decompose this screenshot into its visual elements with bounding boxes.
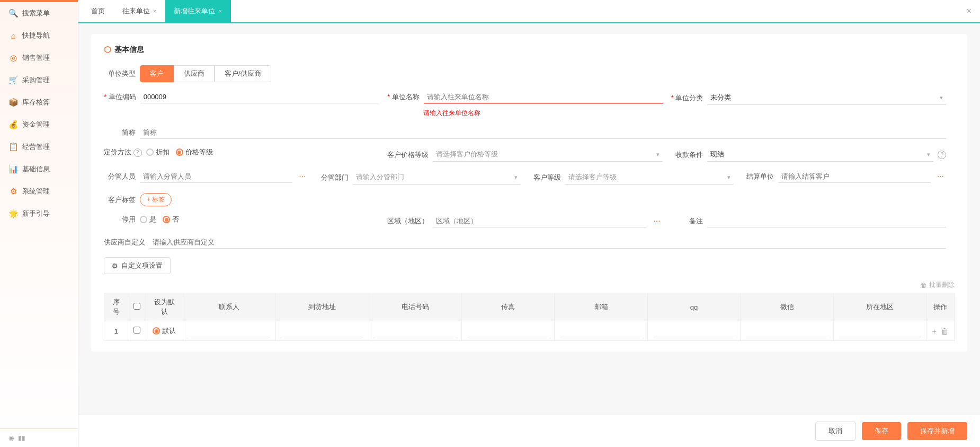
region-input[interactable] <box>433 215 647 227</box>
unit-code-label: 单位编码 <box>104 92 136 102</box>
content-area: ⬡ 基本信息 单位类型 客户 供应商 客户/供应商 单位编码 <box>78 23 980 415</box>
payment-terms-field: 收款条件 现结 ▾ ? <box>671 147 955 162</box>
row-delete-btn[interactable]: 🗑 <box>941 327 949 336</box>
unit-name-label: 单位名称 <box>387 92 420 102</box>
unit-type-supplier-btn[interactable]: 供应商 <box>174 65 215 82</box>
col-actions: 操作 <box>926 293 955 321</box>
unit-type-field: 单位类型 客户 供应商 客户/供应商 <box>104 65 955 82</box>
settlement-unit-input[interactable] <box>778 170 931 183</box>
radio-discount[interactable]: 折扣 <box>146 147 170 157</box>
customer-tag-field: 客户标签 + 标签 <box>104 193 955 206</box>
row-default-radio[interactable]: 默认 <box>152 326 177 336</box>
manager-label: 分管人员 <box>104 172 136 181</box>
row-wechat <box>741 321 833 341</box>
unit-name-field: 单位名称 请输入往来单位名称 <box>387 91 671 118</box>
add-tag-button[interactable]: + 标签 <box>140 193 172 206</box>
col-seq: 序号 <box>104 293 128 321</box>
sidebar-item-label: 系统管理 <box>22 187 50 196</box>
abbr-input[interactable] <box>140 126 946 139</box>
disabled-region-row: 停用 是 否 区域（地区） ··· <box>104 215 955 227</box>
unit-category-arrow: ▾ <box>940 94 943 101</box>
unit-name-error-msg: 请输入往来单位名称 <box>423 109 480 118</box>
payment-terms-select[interactable]: 现结 ▾ <box>707 147 933 162</box>
radio-no[interactable]: 否 <box>163 215 179 224</box>
tab-partners[interactable]: 往来单位 × <box>114 0 165 23</box>
sidebar-item-quicknav[interactable]: ⌂ 快捷导航 <box>0 24 78 47</box>
footer: 取消 保存 保存并新增 <box>78 415 980 447</box>
supplier-custom-input[interactable] <box>149 236 946 249</box>
pricing-radio-group: 折扣 价格等级 <box>146 147 213 157</box>
settlement-unit-more-btn[interactable]: ··· <box>935 172 946 181</box>
sidebar-item-basic[interactable]: 📊 基础信息 <box>0 158 78 180</box>
abbr-row: 简称 <box>104 126 955 139</box>
customer-level-select[interactable]: 请选择客户等级 ▾ <box>565 170 734 185</box>
main-area: 首页 往来单位 × 新增往来单位 × × ⬡ 基本信息 单位类型 客户 <box>78 0 980 447</box>
disabled-radio-group: 是 否 <box>140 215 179 224</box>
row-wechat-input[interactable] <box>746 325 827 337</box>
row-contact-input[interactable] <box>189 325 270 337</box>
unit-name-input[interactable] <box>424 91 663 103</box>
dept-label: 分管部门 <box>317 173 349 182</box>
basic-info-section: ⬡ 基本信息 单位类型 客户 供应商 客户/供应商 单位编码 <box>91 34 967 352</box>
remark-input[interactable] <box>707 215 946 227</box>
remark-label: 备注 <box>671 216 703 226</box>
unit-type-row: 单位类型 客户 供应商 客户/供应商 <box>104 65 955 82</box>
custom-settings-icon: ⚙ <box>112 262 118 270</box>
save-button[interactable]: 保存 <box>862 422 901 440</box>
row-select-checkbox[interactable] <box>133 327 140 334</box>
payment-terms-value: 现结 <box>710 150 724 159</box>
dept-select[interactable]: 请输入分管部门 ▾ <box>353 170 521 185</box>
tab-new-partner-close[interactable]: × <box>218 8 221 14</box>
unit-type-both-btn[interactable]: 客户/供应商 <box>215 65 271 82</box>
sidebar-item-label: 经营管理 <box>22 142 50 152</box>
row-action-group: + 🗑 <box>932 327 949 336</box>
sidebar-item-guide[interactable]: 🌟 新手引导 <box>0 203 78 225</box>
manager-input[interactable] <box>140 170 292 183</box>
sidebar-item-operations[interactable]: 📋 经营管理 <box>0 136 78 158</box>
customer-price-level-placeholder: 请选择客户价格等级 <box>436 150 498 159</box>
table-row: 1 默认 <box>104 321 955 341</box>
radio-yes[interactable]: 是 <box>140 215 156 224</box>
row-phone-input[interactable] <box>375 325 456 337</box>
dept-field: 分管部门 请输入分管部门 ▾ <box>317 170 530 185</box>
tab-home[interactable]: 首页 <box>83 0 114 23</box>
row-qq-input[interactable] <box>653 325 735 337</box>
pricing-help-icon[interactable]: ? <box>133 148 142 157</box>
settlement-unit-field: 结算单位 ··· <box>742 170 955 183</box>
tab-new-partner[interactable]: 新增往来单位 × <box>165 0 230 23</box>
tabs-close-all-button[interactable]: × <box>963 6 976 16</box>
purchase-icon: 🛒 <box>8 75 18 85</box>
batch-delete-label[interactable]: 批量删除 <box>929 281 955 290</box>
row-email-input[interactable] <box>560 325 642 337</box>
radio-price-level-label: 价格等级 <box>185 147 213 157</box>
sidebar-item-purchase[interactable]: 🛒 采购管理 <box>0 69 78 91</box>
row-fax-input[interactable] <box>467 325 549 337</box>
payment-terms-help-icon[interactable]: ? <box>938 151 946 159</box>
radio-price-level[interactable]: 价格等级 <box>176 147 213 157</box>
row-region-input[interactable] <box>839 325 921 337</box>
row-address-input[interactable] <box>281 325 363 337</box>
row-add-btn[interactable]: + <box>932 327 937 336</box>
tab-partners-close[interactable]: × <box>153 8 156 14</box>
sidebar-item-funds[interactable]: 💰 资金管理 <box>0 113 78 136</box>
customer-price-level-select[interactable]: 请选择客户价格等级 ▾ <box>433 147 662 162</box>
unit-category-select[interactable]: 未分类 ▾ <box>707 91 946 105</box>
row-checkbox <box>128 321 146 341</box>
sidebar-item-inventory[interactable]: 📦 库存核算 <box>0 91 78 113</box>
sidebar-item-sales[interactable]: ◎ 销售管理 <box>0 47 78 69</box>
select-all-checkbox[interactable] <box>133 303 140 310</box>
manager-more-btn[interactable]: ··· <box>297 172 308 181</box>
sidebar-item-system[interactable]: ⚙ 系统管理 <box>0 180 78 203</box>
row-region <box>833 321 926 341</box>
save-new-button[interactable]: 保存并新增 <box>907 422 967 440</box>
region-more-btn[interactable]: ··· <box>651 216 662 226</box>
cancel-button[interactable]: 取消 <box>815 422 856 441</box>
customer-level-arrow: ▾ <box>727 174 730 181</box>
unit-type-customer-btn[interactable]: 客户 <box>140 65 174 82</box>
disabled-field: 停用 是 否 <box>104 215 387 224</box>
sidebar-item-search[interactable]: 🔍 搜索菜单 <box>0 2 78 24</box>
row-qq <box>647 321 741 341</box>
unit-code-input[interactable] <box>140 91 379 103</box>
row-default-circle <box>153 327 160 335</box>
custom-settings-button[interactable]: ⚙ 自定义项设置 <box>104 257 171 274</box>
